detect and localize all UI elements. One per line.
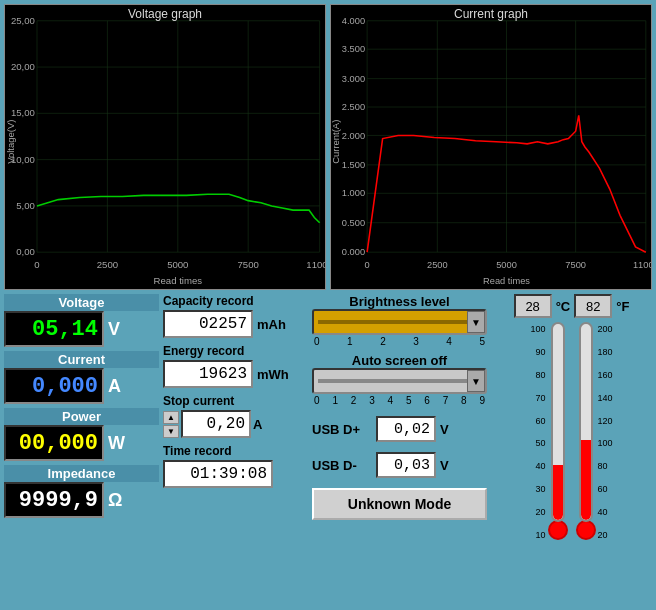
celsius-thermometer: 100 90 80 70 60 50 40 30 20 10 xyxy=(530,322,567,542)
usb-dplus-row: USB D+ V xyxy=(312,416,487,442)
fahrenheit-unit-label: °F xyxy=(616,299,629,314)
capacity-label: Capacity record xyxy=(163,294,308,308)
auto-off-slider-container[interactable]: ▼ xyxy=(312,368,487,394)
svg-text:2500: 2500 xyxy=(427,260,448,270)
right-middle-panel: Brightness level ▼ 0 1 2 3 4 5 Auto scre… xyxy=(312,294,487,604)
fahrenheit-thermometer: 200 180 160 140 120 100 80 60 40 20 xyxy=(576,322,613,542)
voltage-display: 05,14 xyxy=(4,311,104,347)
svg-text:0.500: 0.500 xyxy=(342,218,365,228)
usb-dplus-label: USB D+ xyxy=(312,422,372,437)
energy-unit: mWh xyxy=(257,367,289,382)
brightness-label: Brightness level xyxy=(312,294,487,309)
svg-text:11006: 11006 xyxy=(306,259,325,270)
energy-input[interactable] xyxy=(163,360,253,388)
svg-text:2500: 2500 xyxy=(97,259,118,270)
svg-text:1.500: 1.500 xyxy=(342,160,365,170)
current-label: Current xyxy=(4,351,159,368)
power-label: Power xyxy=(4,408,159,425)
usb-dminus-row: USB D- V xyxy=(312,452,487,478)
brightness-slider-container[interactable]: ▼ xyxy=(312,309,487,335)
auto-off-block: Auto screen off ▼ 0 1 2 3 4 5 6 7 8 9 xyxy=(312,353,487,406)
svg-text:2.500: 2.500 xyxy=(342,102,365,112)
energy-label: Energy record xyxy=(163,344,308,358)
current-graph-title: Current graph xyxy=(331,7,651,21)
usb-dminus-unit: V xyxy=(440,458,449,473)
voltage-unit: V xyxy=(108,319,120,340)
svg-text:0: 0 xyxy=(34,259,39,270)
usb-dminus-input[interactable] xyxy=(376,452,436,478)
stop-current-unit: A xyxy=(253,417,262,432)
fahrenheit-tube xyxy=(579,322,593,522)
svg-text:0: 0 xyxy=(365,260,370,270)
svg-text:2.000: 2.000 xyxy=(342,131,365,141)
svg-text:20,00: 20,00 xyxy=(11,61,35,72)
power-unit: W xyxy=(108,433,125,454)
impedance-display: 9999,9 xyxy=(4,482,104,518)
impedance-label: Impedance xyxy=(4,465,159,482)
fahrenheit-input[interactable] xyxy=(574,294,612,318)
svg-text:Read times: Read times xyxy=(154,275,203,286)
top-section: Voltage graph 25,00 20,00 15,00 10,00 5,… xyxy=(0,0,656,290)
svg-text:1.000: 1.000 xyxy=(342,188,365,198)
svg-text:15,00: 15,00 xyxy=(11,108,35,119)
celsius-tube xyxy=(551,322,565,522)
svg-text:0,00: 0,00 xyxy=(16,246,35,257)
usb-dplus-input[interactable] xyxy=(376,416,436,442)
current-block: Current 0,000 A xyxy=(4,351,159,404)
svg-text:5000: 5000 xyxy=(496,260,517,270)
capacity-unit: mAh xyxy=(257,317,286,332)
svg-text:11006: 11006 xyxy=(633,260,651,270)
svg-rect-0 xyxy=(37,21,320,252)
middle-panel: Capacity record mAh Energy record mWh St… xyxy=(163,294,308,604)
unknown-mode-button[interactable]: Unknown Mode xyxy=(312,488,487,520)
stop-current-input[interactable] xyxy=(181,410,251,438)
time-label: Time record xyxy=(163,444,308,458)
stop-current-spinners: ▲ ▼ xyxy=(163,411,179,438)
brightness-dropdown-btn[interactable]: ▼ xyxy=(467,311,485,333)
auto-off-label: Auto screen off xyxy=(312,353,487,368)
celsius-unit-label: °C xyxy=(556,299,571,314)
power-display: 00,000 xyxy=(4,425,104,461)
fahrenheit-bulb xyxy=(576,520,596,540)
usb-dminus-label: USB D- xyxy=(312,458,372,473)
voltage-block: Voltage 05,14 V xyxy=(4,294,159,347)
svg-text:7500: 7500 xyxy=(565,260,586,270)
thermo-inputs-row: °C °F xyxy=(491,294,652,318)
time-block: Time record xyxy=(163,444,308,488)
bottom-section: Voltage 05,14 V Current 0,000 A Power 00… xyxy=(0,290,656,608)
svg-text:Read times: Read times xyxy=(483,276,530,286)
svg-text:0.000: 0.000 xyxy=(342,247,365,257)
svg-text:3.000: 3.000 xyxy=(342,74,365,84)
left-panel: Voltage 05,14 V Current 0,000 A Power 00… xyxy=(4,294,159,604)
voltage-graph-title: Voltage graph xyxy=(5,7,325,21)
stop-current-label: Stop current xyxy=(163,394,308,408)
current-graph-container: Current graph 4.000 3.500 3.000 2.500 2 xyxy=(330,4,652,290)
svg-text:3.500: 3.500 xyxy=(342,44,365,54)
voltage-graph-container: Voltage graph 25,00 20,00 15,00 10,00 5,… xyxy=(4,4,326,290)
capacity-block: Capacity record mAh xyxy=(163,294,308,338)
voltage-label: Voltage xyxy=(4,294,159,311)
brightness-block: Brightness level ▼ 0 1 2 3 4 5 xyxy=(312,294,487,347)
energy-block: Energy record mWh xyxy=(163,344,308,388)
power-block: Power 00,000 W xyxy=(4,408,159,461)
thermo-panel: °C °F 100 90 80 70 60 50 40 30 20 10 xyxy=(491,294,652,604)
impedance-unit: Ω xyxy=(108,490,122,511)
stop-current-down[interactable]: ▼ xyxy=(163,425,179,438)
thermometers-row: 100 90 80 70 60 50 40 30 20 10 xyxy=(491,322,652,604)
celsius-input[interactable] xyxy=(514,294,552,318)
usb-dplus-unit: V xyxy=(440,422,449,437)
current-unit: A xyxy=(108,376,121,397)
svg-text:5000: 5000 xyxy=(167,259,188,270)
stop-current-block: Stop current ▲ ▼ A xyxy=(163,394,308,438)
stop-current-up[interactable]: ▲ xyxy=(163,411,179,424)
capacity-input[interactable] xyxy=(163,310,253,338)
svg-text:Voltage(V): Voltage(V) xyxy=(5,120,16,164)
impedance-block: Impedance 9999,9 Ω xyxy=(4,465,159,518)
auto-off-dropdown-btn[interactable]: ▼ xyxy=(467,370,485,392)
time-input[interactable] xyxy=(163,460,273,488)
svg-text:Current(A): Current(A) xyxy=(331,120,341,164)
current-display: 0,000 xyxy=(4,368,104,404)
svg-text:5,00: 5,00 xyxy=(16,200,35,211)
celsius-bulb xyxy=(548,520,568,540)
svg-text:7500: 7500 xyxy=(238,259,259,270)
